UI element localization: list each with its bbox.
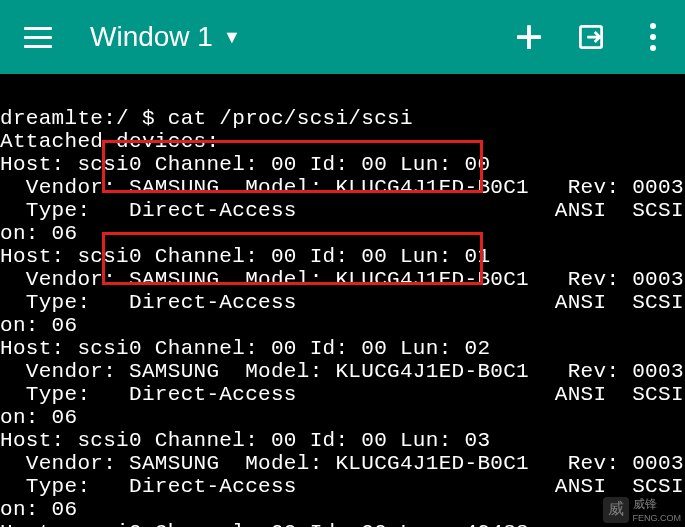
chevron-down-icon: ▼: [223, 27, 241, 48]
watermark-site: FENG.COM: [633, 513, 682, 523]
appbar-left: Window 1 ▼: [24, 21, 513, 53]
terminal-line: on: 06: [0, 406, 685, 429]
terminal-line: Type: Direct-Access ANSI SCSI revisi: [0, 291, 685, 314]
terminal-line: Host: scsi0 Channel: 00 Id: 00 Lun: 03: [0, 429, 685, 452]
window-selector[interactable]: Window 1 ▼: [90, 21, 241, 53]
open-in-button[interactable]: [575, 21, 607, 53]
watermark-brand: 威锋: [633, 496, 682, 513]
window-title-label: Window 1: [90, 21, 213, 53]
menu-icon[interactable]: [24, 23, 52, 51]
terminal-line: Type: Direct-Access ANSI SCSI revisi: [0, 199, 685, 222]
plus-icon: [514, 22, 544, 52]
new-window-button[interactable]: [513, 21, 545, 53]
dots-vertical-icon: [650, 23, 656, 51]
terminal-line: Host: scsi0 Channel: 00 Id: 00 Lun: 02: [0, 337, 685, 360]
terminal-line: Vendor: SAMSUNG Model: KLUCG4J1ED-B0C1 R…: [0, 360, 685, 383]
terminal-line: Host: scsi0 Channel: 00 Id: 00 Lun: 01: [0, 245, 685, 268]
app-bar: Window 1 ▼: [0, 0, 685, 74]
terminal-line: on: 06: [0, 222, 685, 245]
terminal-output[interactable]: dreamlte:/ $ cat /proc/scsi/scsiAttached…: [0, 74, 685, 527]
terminal-line: Type: Direct-Access ANSI SCSI revisi: [0, 383, 685, 406]
open-in-icon: [576, 22, 606, 52]
watermark-logo-icon: 威: [603, 497, 629, 523]
terminal-line: Attached devices:: [0, 130, 685, 153]
terminal-line: Host: scsi0 Channel: 00 Id: 00 Lun: 4948…: [0, 521, 685, 527]
appbar-right: [513, 21, 675, 53]
terminal-line: Vendor: SAMSUNG Model: KLUCG4J1ED-B0C1 R…: [0, 268, 685, 291]
terminal-line: Vendor: SAMSUNG Model: KLUCG4J1ED-B0C1 R…: [0, 176, 685, 199]
terminal-line: Type: Direct-Access ANSI SCSI revisi: [0, 475, 685, 498]
watermark: 威 威锋 FENG.COM: [603, 496, 682, 523]
terminal-line: Vendor: SAMSUNG Model: KLUCG4J1ED-B0C1 R…: [0, 452, 685, 475]
overflow-menu-button[interactable]: [637, 21, 669, 53]
terminal-line: dreamlte:/ $ cat /proc/scsi/scsi: [0, 107, 685, 130]
terminal-line: Host: scsi0 Channel: 00 Id: 00 Lun: 00: [0, 153, 685, 176]
terminal-line: on: 06: [0, 498, 685, 521]
terminal-line: on: 06: [0, 314, 685, 337]
